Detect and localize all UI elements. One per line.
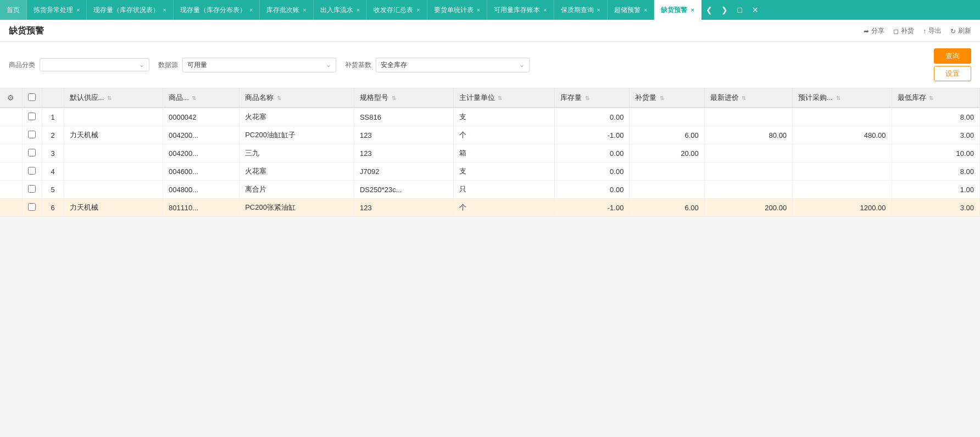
table-row: 5 004800... 离合片 DS250*23c... 只 0.00 1.00	[0, 181, 980, 199]
select-all-checkbox[interactable]	[28, 93, 36, 101]
row-select-4[interactable]	[28, 185, 36, 193]
tab-close-order-stats[interactable]: ×	[477, 7, 480, 13]
code-sort-icon: ⇅	[192, 95, 196, 101]
tab-available[interactable]: 可用量库存账本 ×	[487, 0, 554, 20]
row-name-5: PC200张紧油缸	[240, 199, 354, 217]
row-checkbox-1[interactable]	[22, 126, 42, 144]
row-checkbox-3[interactable]	[22, 163, 42, 181]
tab-stock-status[interactable]: 现存量（库存状况表） ×	[87, 0, 173, 20]
col-name-header[interactable]: 商品名称 ⇅	[240, 88, 354, 108]
tab-close-stock-status[interactable]: ×	[163, 7, 166, 13]
tab-prev-btn[interactable]: ❮	[701, 0, 717, 20]
filter-buttons: 查询 设置	[934, 48, 971, 81]
row-index-3: 4	[42, 163, 64, 181]
row-index-4: 5	[42, 181, 64, 199]
tab-close-available[interactable]: ×	[543, 7, 547, 13]
category-select[interactable]: ⌄	[40, 58, 149, 71]
tab-abnormal[interactable]: 拣货异常处理 ×	[27, 0, 87, 20]
row-select-5[interactable]	[28, 203, 36, 211]
header-actions: ➦ 分享 ◻ 补货 ↑ 导出 ↻ 刷新	[864, 26, 971, 36]
tab-close-shortage[interactable]: ×	[691, 7, 694, 13]
row-select-3[interactable]	[28, 167, 36, 175]
tab-close-stock-dist[interactable]: ×	[249, 7, 253, 13]
filter-area: 商品分类 ⌄ 数据源 可用量 ⌄ 补货基数 安全库存 ⌄ 查询 设置	[0, 42, 980, 88]
tab-stock-dist[interactable]: 现存量（库存分布表） ×	[174, 0, 260, 20]
col-replenish-header[interactable]: 补货量 ⇅	[630, 88, 704, 108]
row-unit-1: 个	[453, 126, 554, 144]
row-checkbox-5[interactable]	[22, 199, 42, 217]
tab-close-collect[interactable]: ×	[416, 7, 420, 13]
tab-collect[interactable]: 收发存汇总表 ×	[367, 0, 427, 20]
export-btn[interactable]: ↑ 导出	[923, 26, 942, 36]
col-est-header[interactable]: 预计采购... ⇅	[793, 88, 892, 108]
tab-expiry[interactable]: 保质期查询 ×	[554, 0, 608, 20]
data-table: ⚙ 默认供应... ⇅ 商品... ⇅ 商品名称 ⇅	[0, 88, 980, 217]
refresh-icon: ↻	[950, 27, 956, 35]
tab-close-all-btn[interactable]: ✕	[748, 0, 763, 20]
datasource-label: 数据源	[158, 60, 178, 70]
row-settings-2	[0, 144, 22, 163]
row-name-3: 火花塞	[240, 163, 354, 181]
supplement-btn[interactable]: ◻ 补货	[893, 26, 914, 36]
page-header: 缺货预警 ➦ 分享 ◻ 补货 ↑ 导出 ↻ 刷新	[0, 20, 980, 42]
share-btn[interactable]: ➦ 分享	[864, 26, 884, 36]
replenish-arrow-icon: ⌄	[519, 61, 525, 69]
refresh-btn[interactable]: ↻ 刷新	[950, 26, 971, 36]
col-supplier-header[interactable]: 默认供应... ⇅	[64, 88, 163, 108]
col-minstock-header[interactable]: 最低库存 ⇅	[892, 88, 979, 108]
tab-home[interactable]: 首页	[0, 0, 27, 20]
row-minstock-4: 1.00	[892, 181, 979, 199]
row-settings-1	[0, 126, 22, 144]
replenish-label: 补货基数	[345, 60, 371, 70]
row-code-1: 004200...	[163, 126, 239, 144]
row-replenish-5: 6.00	[630, 199, 704, 217]
table-row: 6 力天机械 801110... PC200张紧油缸 123 个 -1.00 6…	[0, 199, 980, 217]
tab-flow[interactable]: 出入库流水 ×	[314, 0, 367, 20]
row-stock-3: 0.00	[555, 163, 630, 181]
row-index-1: 2	[42, 126, 64, 144]
row-spec-3: J7092	[354, 163, 453, 181]
replenish-select[interactable]: 安全库存 ⌄	[376, 58, 530, 72]
col-checkbox-header[interactable]	[22, 88, 42, 108]
tab-shortage[interactable]: 缺货预警 ×	[654, 0, 701, 20]
row-checkbox-0[interactable]	[22, 108, 42, 126]
col-price-header[interactable]: 最新进价 ⇅	[704, 88, 792, 108]
row-name-1: PC200油缸缸子	[240, 126, 354, 144]
col-unit-header[interactable]: 主计量单位 ⇅	[453, 88, 554, 108]
row-supplier-5: 力天机械	[64, 199, 163, 217]
row-unit-0: 支	[453, 108, 554, 126]
tab-batch[interactable]: 库存批次账 ×	[260, 0, 313, 20]
col-spec-header[interactable]: 规格型号 ⇅	[354, 88, 453, 108]
row-index-2: 3	[42, 144, 64, 163]
row-code-2: 004200...	[163, 144, 239, 163]
col-code-header[interactable]: 商品... ⇅	[163, 88, 239, 108]
replenish-value: 安全库存	[381, 60, 407, 70]
setting-button[interactable]: 设置	[934, 66, 971, 81]
datasource-select[interactable]: 可用量 ⌄	[182, 58, 336, 72]
row-checkbox-2[interactable]	[22, 144, 42, 163]
row-stock-2: 0.00	[555, 144, 630, 163]
tab-close-batch[interactable]: ×	[303, 7, 306, 13]
tab-overstock[interactable]: 超储预警 ×	[608, 0, 654, 20]
row-checkbox-4[interactable]	[22, 181, 42, 199]
row-select-0[interactable]	[28, 113, 36, 120]
settings-icon[interactable]: ⚙	[7, 93, 14, 102]
tab-order-stats[interactable]: 要货单统计表 ×	[427, 0, 487, 20]
tab-next-btn[interactable]: ❯	[717, 0, 732, 20]
col-settings[interactable]: ⚙	[0, 88, 22, 108]
row-supplier-0	[64, 108, 163, 126]
row-code-4: 004800...	[163, 181, 239, 199]
row-select-2[interactable]	[28, 149, 36, 156]
spec-sort-icon: ⇅	[392, 95, 396, 101]
tab-close-overstock[interactable]: ×	[644, 7, 647, 13]
tab-close-flow[interactable]: ×	[357, 7, 360, 13]
col-stock-header[interactable]: 库存量 ⇅	[555, 88, 630, 108]
table-row: 3 004200... 三九 123 箱 0.00 20.00 10.00	[0, 144, 980, 163]
tab-close-expiry[interactable]: ×	[597, 7, 600, 13]
row-code-3: 004600...	[163, 163, 239, 181]
tab-restore-btn[interactable]: □	[732, 0, 748, 20]
tab-close-abnormal[interactable]: ×	[76, 7, 80, 13]
query-button[interactable]: 查询	[934, 48, 971, 64]
row-settings-3	[0, 163, 22, 181]
row-select-1[interactable]	[28, 131, 36, 138]
